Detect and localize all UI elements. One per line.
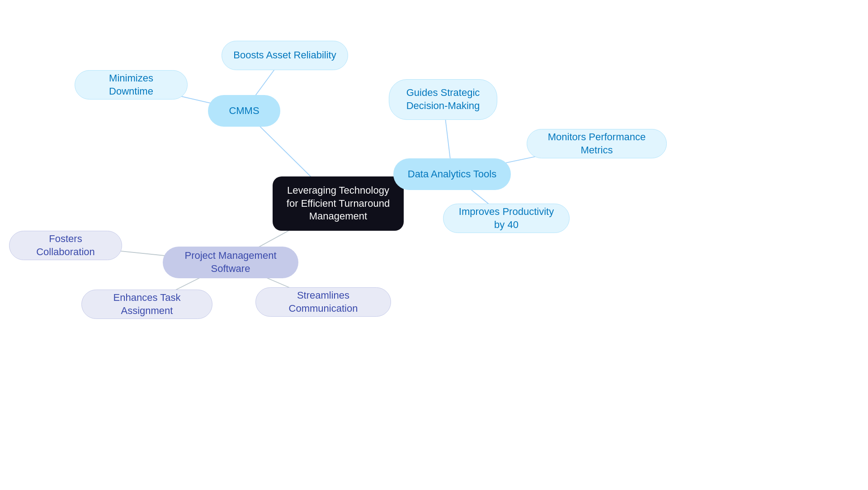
fosters-collaboration-label: Fosters Collaboration: [20, 233, 111, 258]
data-analytics-node[interactable]: Data Analytics Tools: [393, 158, 511, 190]
boosts-asset-label: Boosts Asset Reliability: [233, 49, 336, 62]
central-node[interactable]: Leveraging Technology for Efficient Turn…: [273, 176, 404, 231]
enhances-task-node[interactable]: Enhances Task Assignment: [81, 290, 212, 319]
guides-strategic-node[interactable]: Guides Strategic Decision-Making: [389, 79, 497, 120]
minimizes-downtime-label: Minimizes Downtime: [86, 72, 176, 98]
boosts-asset-node[interactable]: Boosts Asset Reliability: [222, 41, 348, 70]
streamlines-communication-node[interactable]: Streamlines Communication: [255, 287, 391, 317]
streamlines-communication-label: Streamlines Communication: [267, 289, 380, 315]
central-node-label: Leveraging Technology for Efficient Turn…: [283, 184, 393, 223]
improves-productivity-label: Improves Productivity by 40: [454, 205, 558, 231]
improves-productivity-node[interactable]: Improves Productivity by 40: [443, 204, 570, 233]
data-analytics-label: Data Analytics Tools: [408, 168, 496, 181]
minimizes-downtime-node[interactable]: Minimizes Downtime: [75, 70, 188, 100]
project-management-node[interactable]: Project Management Software: [163, 247, 298, 278]
enhances-task-label: Enhances Task Assignment: [93, 291, 201, 317]
cmms-node[interactable]: CMMS: [208, 95, 280, 127]
monitors-performance-label: Monitors Performance Metrics: [538, 131, 656, 157]
project-management-label: Project Management Software: [174, 249, 288, 275]
guides-strategic-label: Guides Strategic Decision-Making: [400, 86, 486, 112]
cmms-node-label: CMMS: [229, 105, 259, 118]
monitors-performance-node[interactable]: Monitors Performance Metrics: [527, 129, 667, 158]
fosters-collaboration-node[interactable]: Fosters Collaboration: [9, 231, 122, 260]
